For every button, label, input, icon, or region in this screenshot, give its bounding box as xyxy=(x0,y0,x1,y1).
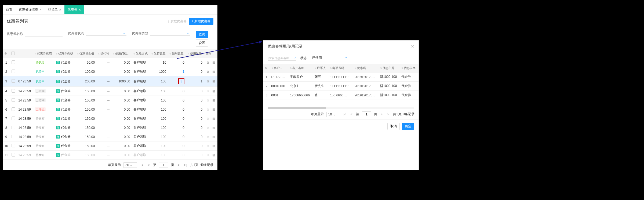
select-all-checkbox[interactable] xyxy=(11,52,15,55)
prev-page-button[interactable]: < xyxy=(147,163,150,167)
sort-icon[interactable]: ⇅ xyxy=(133,53,135,55)
sort-icon[interactable]: ⇅ xyxy=(330,67,332,70)
modal-status-select[interactable]: 已使用 ⌄ xyxy=(311,55,348,61)
per-page-select[interactable]: 50 ⌄ xyxy=(123,162,137,168)
horizontal-scrollbar[interactable] xyxy=(268,107,414,109)
row-checkbox[interactable] xyxy=(12,117,15,120)
table-row[interactable]: 2 00010001 北京1 唐先生 11111111111 201912017… xyxy=(263,82,419,91)
close-icon[interactable]: ✕ xyxy=(59,8,61,11)
qr-code-icon[interactable]: ⊞ xyxy=(212,126,216,130)
settings-button[interactable]: 设置 xyxy=(196,39,208,47)
confirm-button[interactable]: 确定 xyxy=(402,123,414,130)
col-facevalue[interactable]: 优惠券面值 xyxy=(79,52,94,55)
table-row[interactable]: 5 14 23:59 已过期 代代金券 150.00 -- 0.00 客户领取 … xyxy=(3,96,217,105)
sort-icon[interactable]: ⇅ xyxy=(315,67,316,70)
table-row[interactable]: 2 执行中 代代金券 100.00 -- 0.00 客户领取 1000 1 0 … xyxy=(3,67,217,76)
table-row[interactable]: 10 14 23:59 待发布 代代金券 150.00 -- 0.00 客户领取… xyxy=(3,141,217,151)
col-phone[interactable]: 电话号码 xyxy=(332,66,344,70)
qr-code-icon[interactable]: ⊞ xyxy=(212,61,216,64)
sort-icon[interactable]: ⇅ xyxy=(35,53,37,55)
table-row[interactable]: 11 14 23:59 待发布 代代金券 150.00 -- 0.00 客户领取… xyxy=(3,151,217,160)
page-input[interactable] xyxy=(159,162,168,168)
close-icon[interactable]: ✕ xyxy=(39,8,42,11)
sort-icon[interactable]: ⇅ xyxy=(56,53,58,55)
qr-code-icon[interactable]: ⊞ xyxy=(212,117,216,121)
external-link-icon[interactable]: ⧉ xyxy=(206,79,210,83)
tab-优惠券详情页[interactable]: 优惠券详情页✕ xyxy=(16,5,45,14)
issue-coupon-button[interactable]: ⇪ 发放优惠券 xyxy=(167,18,187,25)
table-row[interactable]: 8 14 23:59 待发布 代代金券 150.00 -- 0.00 客户领取 … xyxy=(3,123,217,132)
sort-icon[interactable]: ⇅ xyxy=(113,53,115,55)
query-button[interactable]: 查询 xyxy=(196,31,208,38)
col-code[interactable]: 优惠码 xyxy=(357,66,366,70)
gear-icon[interactable]: ⚙ xyxy=(265,66,268,70)
sort-icon[interactable]: ⇅ xyxy=(169,53,171,55)
col-custname[interactable]: 客户名称 xyxy=(292,66,304,70)
claimed-link[interactable]: 3 xyxy=(180,79,182,83)
table-row[interactable]: 1 待执行 代代金券 50.00 -- 0.00 客户领取 10 0 0 ⧉⊞ xyxy=(3,58,217,67)
sort-icon[interactable]: ⇅ xyxy=(151,53,153,55)
col-type[interactable]: 优惠券类型 xyxy=(58,52,73,55)
first-page-button[interactable]: |< xyxy=(343,112,347,116)
table-row[interactable]: 3 07 23:59 执行中 代代金券 200.00 -- 1000.00 客户… xyxy=(3,76,217,87)
table-row[interactable]: 7 14 23:59 待发布 代代金券 150.00 -- 0.00 客户领取 … xyxy=(3,114,217,123)
qr-code-icon[interactable]: ⊞ xyxy=(212,135,216,139)
search-icon[interactable]: ⌕ xyxy=(294,56,296,60)
row-checkbox[interactable] xyxy=(12,107,15,111)
table-row[interactable]: 6 14 23:59 已终止 代代金券 150.00 -- 0.00 客户领取 … xyxy=(3,105,217,114)
tab-销货单[interactable]: 销货单✕ xyxy=(45,5,64,14)
row-checkbox[interactable] xyxy=(12,144,15,147)
next-page-button[interactable]: > xyxy=(380,112,383,116)
close-icon[interactable]: ✕ xyxy=(411,44,414,49)
sort-icon[interactable]: ⇅ xyxy=(77,53,79,55)
per-page-select[interactable]: 50 ⌄ xyxy=(326,112,340,117)
qr-code-icon[interactable]: ⊞ xyxy=(212,79,216,83)
filter-name-input[interactable] xyxy=(25,31,63,37)
add-coupon-button[interactable]: + 新增优惠券 xyxy=(189,18,213,25)
filter-type-select[interactable]: ⌄ xyxy=(150,31,190,36)
col-coupontype[interactable]: 优惠券类 xyxy=(404,66,416,70)
prev-page-button[interactable]: < xyxy=(350,112,353,116)
table-row[interactable]: 9 14 23:59 待发布 代代金券 150.00 -- 0.00 客户领取 … xyxy=(3,132,217,141)
tab-优惠券[interactable]: 优惠券✕ xyxy=(64,5,84,14)
sort-icon[interactable]: ⇅ xyxy=(271,67,273,70)
claimed-link[interactable]: 1 xyxy=(183,70,184,74)
qr-code-icon[interactable]: ⊞ xyxy=(212,144,216,148)
sort-icon[interactable]: ⇅ xyxy=(290,67,292,70)
modal-search-input[interactable] xyxy=(268,56,294,60)
row-checkbox[interactable] xyxy=(12,70,15,73)
col-method[interactable]: 发放方式 xyxy=(136,52,148,55)
external-link-icon[interactable]: ⧉ xyxy=(206,70,210,74)
gear-icon[interactable]: ⚙ xyxy=(4,52,7,55)
sort-icon[interactable]: ⇅ xyxy=(355,67,356,70)
qr-code-icon[interactable]: ⊞ xyxy=(212,153,216,157)
filter-status-select[interactable]: ⌄ xyxy=(86,31,126,36)
cancel-button[interactable]: 取消 xyxy=(387,123,400,130)
col-issueqty[interactable]: 发行数量 xyxy=(154,52,166,55)
row-checkbox[interactable] xyxy=(12,89,15,93)
qr-code-icon[interactable]: ⊞ xyxy=(212,108,216,111)
sort-icon[interactable]: ⇅ xyxy=(188,53,190,55)
table-row[interactable]: 4 14 23:59 已过期 代代金券 150.00 -- 0.00 客户领取 … xyxy=(3,87,217,96)
sort-icon[interactable]: ⇅ xyxy=(98,53,100,55)
col-status[interactable]: 优惠券状态 xyxy=(37,52,52,55)
last-page-button[interactable]: >| xyxy=(183,163,187,167)
tab-首页[interactable]: 首页 xyxy=(3,5,16,14)
last-page-button[interactable]: >| xyxy=(386,112,390,116)
col-threshold[interactable]: 使用门槛... xyxy=(115,52,129,55)
col-discount[interactable]: 折扣% xyxy=(100,52,109,55)
row-checkbox[interactable] xyxy=(12,98,15,102)
col-claimedqty[interactable]: 领用数量 xyxy=(172,52,184,55)
table-row[interactable]: 3 0001 17666666666 张 156 6666 ... 201912… xyxy=(263,91,419,100)
col-usedqty[interactable]: 使用数量 xyxy=(190,52,202,55)
qr-code-icon[interactable]: ⊞ xyxy=(212,99,216,102)
qr-code-icon[interactable]: ⊞ xyxy=(212,70,216,74)
close-icon[interactable]: ✕ xyxy=(79,8,81,11)
row-checkbox[interactable] xyxy=(12,135,15,138)
table-row[interactable]: 1 RETAIL... 零散客户 张三 11111111111 20191201… xyxy=(263,72,419,82)
next-page-button[interactable]: > xyxy=(177,163,180,167)
col-custno[interactable]: 客户... xyxy=(274,66,282,70)
sort-icon[interactable]: ⇅ xyxy=(380,67,382,70)
row-checkbox[interactable] xyxy=(12,79,15,83)
external-link-icon[interactable]: ⧉ xyxy=(206,61,210,64)
